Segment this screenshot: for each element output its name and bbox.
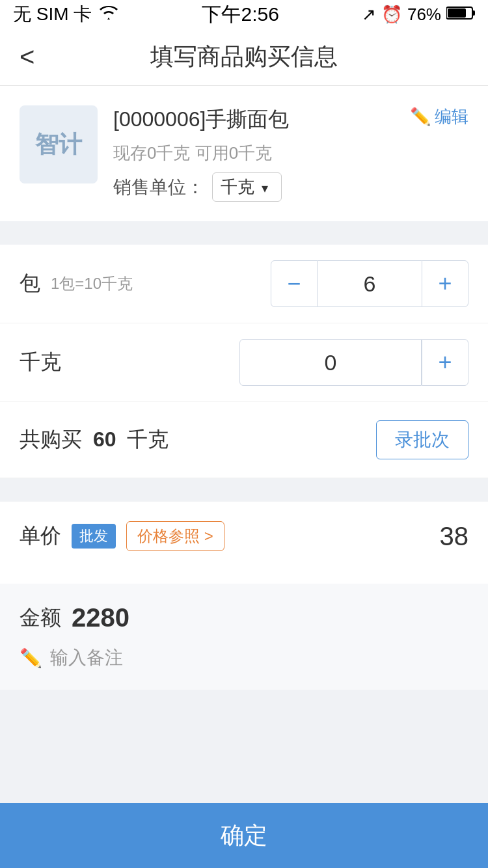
- battery-icon: [446, 5, 475, 25]
- price-row: 单价 批发 价格参照 > 38: [20, 521, 468, 551]
- divider-1: [0, 234, 488, 245]
- package-label: 包 1包=10千克: [20, 269, 133, 298]
- pencil-icon: ✏️: [20, 647, 42, 669]
- battery-text: 76%: [407, 5, 441, 25]
- wifi-icon: [98, 4, 119, 25]
- status-bar: 无 SIM 卡 下午2:56 ↗ ⏰ 76%: [0, 0, 488, 29]
- product-thumb-logo: 智计: [35, 129, 82, 161]
- product-unit-row: 销售单位： 千克 ▾: [113, 172, 394, 202]
- kg-plus-button[interactable]: +: [422, 339, 468, 386]
- product-card: 智计 [0000006]手撕面包 现存0千克 可用0千克 销售单位： 千克 ▾ …: [0, 86, 488, 221]
- package-qty-input[interactable]: [318, 260, 422, 307]
- price-label: 单价: [20, 522, 61, 550]
- price-left: 单价 批发 价格参照 >: [20, 521, 224, 551]
- edit-button[interactable]: ✏️ 编辑: [410, 105, 468, 128]
- carrier-text: 无 SIM 卡: [13, 2, 92, 27]
- package-qty-row: 包 1包=10千克 − +: [0, 245, 488, 323]
- product-info: [0000006]手撕面包 现存0千克 可用0千克 销售单位： 千克 ▾: [113, 105, 394, 202]
- nav-bar: < 填写商品购买信息: [0, 29, 488, 86]
- location-icon: ↗: [362, 5, 376, 25]
- divider-2: [0, 478, 488, 489]
- total-row: 共购买 60 千克 录批次: [0, 402, 488, 478]
- amount-section: 金额 2280 ✏️ 输入备注: [0, 584, 488, 690]
- amount-row: 金额 2280: [20, 603, 468, 632]
- unit-dropdown[interactable]: 千克 ▾: [212, 172, 282, 202]
- kg-qty-controls: +: [239, 339, 468, 386]
- remark-label: 输入备注: [50, 645, 123, 670]
- product-name: [0000006]手撕面包: [113, 105, 394, 134]
- product-thumbnail: 智计: [20, 105, 98, 183]
- package-minus-button[interactable]: −: [271, 260, 318, 307]
- package-qty-controls: − +: [271, 260, 468, 307]
- package-plus-button[interactable]: +: [422, 260, 468, 307]
- kg-qty-row: 千克 +: [0, 323, 488, 402]
- remark-row[interactable]: ✏️ 输入备注: [20, 645, 468, 670]
- status-time: 下午2:56: [202, 1, 278, 28]
- confirm-button[interactable]: 确定: [0, 803, 488, 868]
- svg-rect-2: [448, 8, 466, 18]
- price-value: 38: [440, 522, 469, 551]
- kg-qty-input[interactable]: [239, 339, 422, 386]
- price-tag: 批发: [72, 524, 116, 549]
- svg-rect-1: [472, 10, 475, 16]
- bottom-spacer: [0, 690, 488, 755]
- page-title: 填写商品购买信息: [150, 41, 338, 73]
- total-text: 共购买 60 千克: [20, 426, 169, 454]
- package-sublabel: 1包=10千克: [51, 273, 133, 294]
- total-amount: 60: [93, 427, 116, 451]
- status-icons: ↗ ⏰ 76%: [362, 5, 475, 25]
- edit-icon: ✏️: [410, 107, 431, 127]
- product-stock: 现存0千克 可用0千克: [113, 142, 394, 165]
- alarm-icon: ⏰: [381, 5, 402, 25]
- back-button[interactable]: <: [20, 42, 34, 72]
- unit-label: 销售单位：: [113, 175, 204, 200]
- status-carrier: 无 SIM 卡: [13, 2, 119, 27]
- dropdown-arrow-icon: ▾: [262, 181, 268, 195]
- amount-label: 金额: [20, 604, 61, 632]
- price-section: 单价 批发 价格参照 > 38: [0, 502, 488, 584]
- batch-button[interactable]: 录批次: [376, 420, 468, 459]
- amount-value: 2280: [72, 603, 129, 632]
- price-ref-button[interactable]: 价格参照 >: [126, 521, 224, 551]
- kg-label: 千克: [20, 348, 61, 377]
